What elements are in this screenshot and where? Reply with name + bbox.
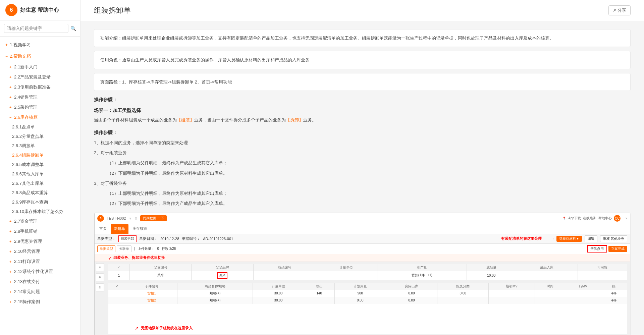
sidebar-item-finance[interactable]: + 2.7资金管理 [0,216,80,226]
search-input[interactable] [4,24,68,33]
annotation-4: 无图地添加子组统统在这里录入 [141,326,193,331]
collapse-icon: − [5,54,8,59]
scenario1-desc: 当由多个子件材料组装成一个成品的业务为【组装】业务，当由一个父件拆分成多个子产品… [94,116,631,124]
scenario1-heading: 场景一：加工类型选择 [94,108,631,114]
date-label: 单据日期： [139,236,158,241]
select-material-btn[interactable]: 选择商材料▼ [556,236,582,242]
sidebar-item-management[interactable]: + 2.10经营管理 [0,246,80,257]
confirm-btn[interactable]: 立案完成 [608,246,627,252]
expand-icon: + [5,43,8,47]
table-row [108,310,627,316]
type-btn-group-2[interactable]: 关联单 [117,245,131,252]
page-title: 组装拆卸单 [94,5,131,15]
bill-val: AD-20191226-001 [203,237,233,241]
search-button[interactable]: 🔍 [70,26,76,31]
path-block: 页面路径：1、库存核算->库存管理->组装拆卸单 2、首页->常用功能 [94,73,631,91]
col-parent-id: 父父编号 [129,264,191,271]
step3-2-text: （2）下部明细为子件明细，最终作为产成品生成其它入库单。 [94,200,631,207]
sidebar-item-payment[interactable]: + 2.13在线支付 [0,277,80,287]
sidebar-item-2-6-3[interactable]: 2.6.3调拨单 [0,141,80,151]
nav-btn-1[interactable]: ≡ [96,263,104,271]
topbar-btn[interactable]: 同期数据 一下 [140,215,167,221]
sidebar-item-2-6-8[interactable]: 2.6.8商品成本重算 [0,188,80,198]
sidebar-item-2-6-10[interactable]: 2.6.10库存账本错了怎么办 [0,207,80,216]
col-produce: 生产量 [377,264,467,271]
sidebar-item-2-6-6[interactable]: 2.6.6其他入库单 [0,169,80,179]
table-row [108,316,627,322]
count-label: 上件数量： [138,246,155,251]
app-title: 好生意 帮助中心 [20,7,59,14]
sidebar-item-2-6-2[interactable]: 2.6.2分量盘点单 [0,132,80,141]
sidebar-item-video[interactable]: + 1.视频学习 [0,39,80,51]
annotation-1: 有装配清单的在这里处理 [501,236,542,241]
sidebar: 6 好生意 帮助中心 🔍 + 1.视频学习 − 2.帮助文档 + 2.1新手入门 [0,0,80,335]
sidebar-item-2-6-5[interactable]: 2.6.5成本调整单 [0,160,80,169]
step2-text: 2、对于组装业务 [94,149,631,157]
keyword-disassembly[interactable]: 【拆卸】 [286,117,303,122]
sidebar-item-newcomer[interactable]: + 2.1新手入门 [0,62,80,72]
share-button[interactable]: ↗ 分享 [608,5,631,15]
nav-btn-2[interactable]: ⊕ [96,273,104,281]
app-nav-inventory[interactable]: 库存核算 [130,224,150,234]
app-nav-home[interactable]: 首页 [97,224,109,234]
app-logo: 6 [97,215,104,222]
search-box: 🔍 [0,20,80,37]
operation-steps2-heading: 操作步骤： [94,130,631,136]
sidebar-item-faq[interactable]: + 2.14常见问题 [0,287,80,297]
parent-item-input[interactable]: 关米 [217,272,227,279]
role-text: 使用角色：通常由生产人员或库管人员完成拆装业务的操作，库管人员确认原材料的出库和… [100,57,310,62]
step3-1-text: （1）上部明细为父件明细，最终作为原材料生成其它出库单； [94,190,631,197]
role-block: 使用角色：通常由生产人员或库管人员完成拆装业务的操作，库管人员确认原材料的出库和… [94,51,631,69]
col-unit: 计量单位 [315,264,377,271]
nav-section-docs: − 2.帮助文档 + 2.1新手入门 + 2.2产品安装及登录 + 2.3使用前… [0,51,80,307]
sidebar-item-coupon[interactable]: + 2.9优惠券管理 [0,236,80,246]
sidebar-item-purchase[interactable]: + 2.5采购管理 [0,102,80,112]
app-topbar-id: TEST-H002 [107,216,126,220]
sidebar-item-2-6-9[interactable]: 2.6.9库存账本查询 [0,198,80,207]
table-row [108,304,627,310]
enabled-input[interactable]: 货供点用 [587,245,607,253]
audit-btn[interactable]: 审核 其他业务 [600,235,627,242]
app-nav-tabs: 首页 新建单 库存核算 [95,224,630,234]
sidebar-item-print[interactable]: + 2.11打印设置 [0,257,80,267]
intro-text: 功能介绍：组装拆卸单用来处理企业组装或拆卸等加工业务，支持有固定装配清单的产品加… [100,36,554,41]
count-val: 0 [157,247,159,250]
content-header: 组装拆卸单 ↗ 分享 [80,0,644,21]
table-row: 货扣2 规格(+) 30.00 0.00 0.00 [108,297,627,304]
type-select[interactable]: 组装拆卸 [118,235,137,242]
sidebar-item-2-6-1[interactable]: 2.6.1盘点单 [0,122,80,132]
date-val: 2019-12-28 [160,237,179,241]
edit-btn[interactable]: 编辑 [585,235,597,242]
nav-list: + 1.视频学习 − 2.帮助文档 + 2.1新手入门 + 2.2产品安装及登录… [0,37,80,335]
app-topbar: 6 TEST-H002 ▼ ⚙ 同期数据 一下 📍 App下载 在线培训 帮助中… [95,213,630,224]
app-screenshot: 6 TEST-H002 ▼ ⚙ 同期数据 一下 📍 App下载 在线培训 帮助中… [94,213,630,335]
sub-toolbar: 单据类型 关联单 | 上件数量： 0 行数 2/26 货供点用 立案完成 [95,244,630,254]
col-output: 成品量 [467,264,516,271]
sidebar-item-install[interactable]: + 2.2产品安装及登录 [0,72,80,82]
annotation-2: 组装业务、拆卸业务在这里切换 [113,255,165,260]
sidebar-item-mobile[interactable]: + 2.8手机旺铺 [0,226,80,236]
step1-text: 1、根据不同的业务，选择不同单据的类型来处理 [94,139,631,147]
keyword-assembly[interactable]: 【组装】 [177,117,194,122]
col-input: 成品入库 [516,264,578,271]
sidebar-item-2-6-7[interactable]: 2.6.7其他出库单 [0,179,80,188]
annotation-2-arrow: ↙ [108,255,112,261]
app-nav-new[interactable]: 新建单 [111,224,128,234]
step2-1-text: （1）上部明细为父件明细，最终作为产成品生成其它入库单； [94,159,631,167]
col-goods-id: 商品编号 [253,264,315,271]
app-left-nav: ≡ ⊕ ⊗ [95,262,105,335]
sidebar-item-sales[interactable]: + 2.4销售管理 [0,92,80,102]
annotation-4-wrapper: ↗ 无图地添加子组统统在这里录入 [135,326,193,331]
sidebar-item-cases[interactable]: + 2.15操作案例 [0,297,80,307]
sidebar-item-2-6-4[interactable]: 2.6.4组装拆卸单 [0,151,80,160]
sidebar-item-dataprep[interactable]: + 2.3使用前数据准备 [0,82,80,92]
app-toolbar: 单据类型： 组装拆卸 单据日期： 2019-12-28 单据编号： AD-201… [95,234,630,244]
sidebar-header: 6 好生意 帮助中心 [0,0,80,20]
path-text: 页面路径：1、库存核算->库存管理->组装拆卸单 2、首页->常用功能 [100,79,232,85]
topbar-close[interactable]: × [625,217,627,220]
sidebar-item-inventory[interactable]: − 2.6库存核算 [0,112,80,122]
sidebar-item-docs[interactable]: − 2.帮助文档 [0,51,80,62]
sidebar-item-settings[interactable]: + 2.12系统个性化设置 [0,267,80,277]
nav-btn-3[interactable]: ⊗ [96,283,104,291]
type-btn-group-1[interactable]: 单据类型 [97,245,115,252]
